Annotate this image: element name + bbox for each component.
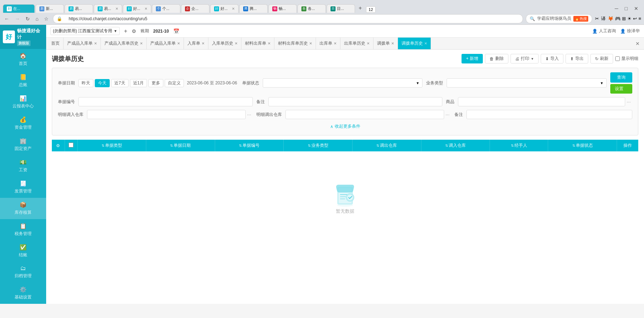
new-tab-button[interactable]: + [356,4,365,13]
7days-btn[interactable]: 近7天 [111,79,129,87]
tab-cailiao-chuku-history-close[interactable]: ✕ [309,41,312,45]
sidebar-item-tax[interactable]: 📋 税务管理 [0,219,46,240]
th-doc-date[interactable]: ⇅ 单据日期 [146,140,215,151]
tab-cailiao-chuku-history[interactable]: 材料出库单历史 ✕ [274,38,316,49]
detail-in-warehouse-selector[interactable]: ··· [87,110,253,119]
detail-in-dots[interactable]: ··· [246,112,253,117]
tab-diaobodao[interactable]: 调拨单 ✕ [373,38,398,49]
goods-dots[interactable]: ··· [625,99,632,105]
more-btn[interactable]: 更多 [148,79,163,87]
menu-icon[interactable]: ≡ [638,16,641,21]
browser-tab-1[interactable]: 新 新... [36,4,64,13]
reload-button[interactable]: ↻ [24,15,31,22]
bookmark-button[interactable]: ☆ [43,15,50,22]
sidebar-item-capital[interactable]: 💰 资金管理 [0,113,46,134]
tab-chuku-history-close[interactable]: ✕ [367,41,370,45]
th-doc-type[interactable]: ⇅ 单据类型 [77,140,146,151]
tab-close-3[interactable]: ✕ [115,7,118,11]
detail-out-warehouse-selector[interactable]: ··· [285,110,451,119]
sidebar-item-inventory[interactable]: 📦 库存核算 [0,198,46,219]
1month-btn[interactable]: 近1月 [130,79,147,87]
tab-chuku-close[interactable]: ✕ [334,41,337,45]
tab-close-4[interactable]: ✕ [144,7,147,11]
tab-diaobodao-history[interactable]: 调拨单历史 ✕ [398,38,431,49]
browser-tab-11[interactable]: 目 目... [327,4,355,13]
print-button[interactable]: 🖨 打印 ▼ [511,54,539,63]
delete-button[interactable]: 🗑 删除 [485,54,508,63]
th-handler[interactable]: ⇅ 经手人 [490,140,548,151]
tab-diaobodao-close[interactable]: ✕ [391,41,394,45]
refresh-button[interactable]: ↻ 刷新 [590,54,613,63]
browser-tab-8[interactable]: 腾 腾... [239,4,268,13]
browser-tab-7[interactable]: 好 好... ✕ [210,4,239,13]
maximize-button[interactable]: □ [622,4,631,13]
tab-ruku[interactable]: 入库单 ✕ [184,38,208,49]
tab-chanpin-ruku-close[interactable]: ✕ [94,41,97,45]
th-doc-number[interactable]: ⇅ 单据编号 [215,140,284,151]
th-doc-status[interactable]: ⇅ 单据状态 [548,140,617,151]
browser-tab-5[interactable]: 个 个... [152,4,180,13]
show-detail-checkbox[interactable] [615,56,620,61]
browser-tab-6[interactable]: 企 企... [181,4,209,13]
sidebar-item-archive[interactable]: 🗂 归档管理 [0,262,46,283]
home-button[interactable]: ⌂ [34,15,40,22]
sidebar-item-closing[interactable]: ✅ 结账 [0,240,46,262]
minimize-button[interactable]: ─ [612,4,621,13]
th-business-type[interactable]: ⇅ 业务类型 [284,140,353,151]
tab-chanpin-ruku-history-close[interactable]: ✕ [140,41,143,45]
th-out-warehouse[interactable]: ⇅ 调出仓库 [352,140,421,151]
sidebar-item-salary[interactable]: 💵 工资 [0,155,46,177]
business-type-select[interactable]: ▼ [447,78,607,88]
goods-selector[interactable]: ··· [458,97,632,106]
select-all-checkbox[interactable] [69,143,73,147]
today-btn[interactable]: 今天 [95,79,110,87]
tab-diaobodao-history-close[interactable]: ✕ [424,41,427,45]
tab-chuku-history[interactable]: 出库单历史 ✕ [340,38,373,49]
custom-btn[interactable]: 自定义 [165,79,184,87]
browser-tab-0[interactable]: 好 在... [3,4,35,13]
sidebar-item-ledger[interactable]: 📒 总账 [0,70,46,91]
company-selector[interactable]: (勿删勿禁用) 江西服宝测试专用 ▼ [50,27,120,35]
address-input[interactable] [64,15,519,23]
back-button[interactable]: ← [3,15,11,22]
browser-tab-9[interactable]: 畅 畅... [268,4,297,13]
close-window-button[interactable]: ✕ [631,4,641,13]
tab-cailiao-chuku[interactable]: 材料出库单 ✕ [241,38,274,49]
sidebar-item-invoice[interactable]: 🧾 发票管理 [0,177,46,198]
browser-tab-3[interactable]: 易 易... ✕ [94,4,122,13]
consultant-button[interactable]: 👤 人工咨询 [592,28,616,34]
status-select[interactable]: ▼ [263,78,423,88]
tab-ruku-close[interactable]: ✕ [202,41,204,45]
backup-input[interactable] [466,110,632,119]
yesterday-btn[interactable]: 昨天 [78,79,93,87]
sidebar-item-home[interactable]: 🏠 首页 [0,49,46,70]
browser-tab-2[interactable]: 易 易... [65,4,93,13]
remark-input[interactable] [268,97,443,106]
forward-button[interactable]: → [13,15,21,22]
tab-chanpin-ruku-history[interactable]: 产成品入库单历史 ✕ [101,38,147,49]
doc-number-input[interactable] [78,97,253,106]
detail-out-dots[interactable]: ··· [444,112,451,117]
tab-home[interactable]: 首页 [48,38,64,49]
sidebar-item-settings[interactable]: ⚙️ 基础设置 [0,283,46,304]
th-gear[interactable]: ⚙ [52,140,65,151]
th-checkbox[interactable] [65,140,77,151]
sidebar-item-report[interactable]: 📊 云报表中心 [0,91,46,113]
settings-gear-button[interactable]: ⚙ [132,28,136,34]
filter-settings-button[interactable]: 设置 [610,84,632,94]
table-gear-icon[interactable]: ⚙ [56,143,60,148]
tab-ruku-history[interactable]: 入库单历史 ✕ [208,38,241,49]
browser-tab-10[interactable]: 各 各... [298,4,326,13]
collapse-filter-button[interactable]: ∧ 收起更多条件 [58,122,632,131]
user-avatar[interactable]: 👤 徐泽华 [620,28,640,34]
close-all-tabs[interactable]: ✕ [633,41,643,46]
tab-chanpin-ruku-2-close[interactable]: ✕ [177,41,180,45]
calendar-icon[interactable]: 📅 [173,28,179,34]
add-company-button[interactable]: + [124,28,127,34]
tab-chanpin-ruku-2[interactable]: 产成品入库单 ✕ [147,38,184,49]
browser-tab-4[interactable]: 好 好... ✕ [123,4,151,13]
query-button[interactable]: 查询 [610,72,632,83]
tab-ruku-history-close[interactable]: ✕ [235,41,238,45]
new-button[interactable]: + 新增 [462,54,483,63]
tab-chanpin-ruku[interactable]: 产成品入库单 ✕ [64,38,101,49]
